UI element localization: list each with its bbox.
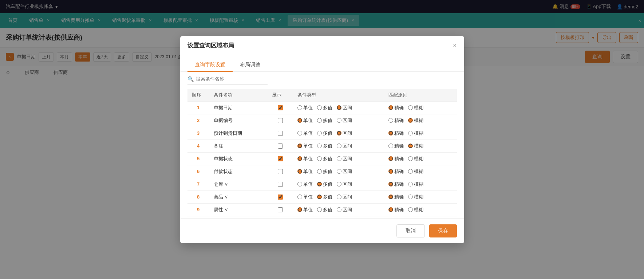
type-radio-item[interactable]: 单值: [297, 156, 313, 162]
match-radio[interactable]: [388, 156, 393, 161]
match-radio[interactable]: [408, 144, 413, 148]
match-radio-item[interactable]: 模糊: [408, 117, 423, 124]
type-radio-item[interactable]: 多值: [317, 130, 332, 137]
display-checkbox[interactable]: [278, 144, 283, 149]
search-input[interactable]: [196, 76, 254, 82]
type-radio-item[interactable]: 区间: [337, 105, 352, 111]
type-radio[interactable]: [337, 182, 341, 186]
match-radio-item[interactable]: 模糊: [408, 194, 423, 200]
type-radio[interactable]: [297, 169, 302, 174]
match-radio-item[interactable]: 精确: [388, 168, 404, 175]
type-radio-item[interactable]: 多值: [317, 117, 332, 124]
match-radio[interactable]: [408, 182, 413, 186]
type-radio[interactable]: [297, 182, 302, 186]
type-radio[interactable]: [297, 156, 302, 161]
display-checkbox[interactable]: [278, 156, 283, 161]
type-radio-item[interactable]: 多值: [317, 181, 332, 188]
match-radio-item[interactable]: 精确: [388, 130, 404, 137]
type-radio[interactable]: [317, 169, 322, 174]
type-radio-item[interactable]: 区间: [337, 143, 352, 149]
type-radio-item[interactable]: 区间: [337, 207, 352, 213]
match-radio-item[interactable]: 模糊: [408, 143, 423, 149]
match-radio-item[interactable]: 模糊: [408, 207, 423, 213]
type-radio[interactable]: [317, 207, 322, 212]
match-radio[interactable]: [388, 105, 393, 110]
match-radio-item[interactable]: 模糊: [408, 105, 423, 111]
match-radio[interactable]: [388, 144, 393, 148]
type-radio-item[interactable]: 区间: [337, 168, 352, 175]
type-radio-item[interactable]: 区间: [337, 181, 352, 188]
match-radio-item[interactable]: 模糊: [408, 156, 423, 162]
match-radio[interactable]: [388, 118, 393, 123]
type-radio-item[interactable]: 多值: [317, 156, 332, 162]
type-radio[interactable]: [337, 207, 341, 212]
type-radio-item[interactable]: 区间: [337, 117, 352, 124]
match-radio[interactable]: [408, 194, 413, 199]
type-radio[interactable]: [297, 194, 302, 199]
display-checkbox[interactable]: [278, 182, 283, 187]
type-radio[interactable]: [337, 194, 341, 199]
match-radio-item[interactable]: 精确: [388, 207, 404, 213]
match-radio[interactable]: [408, 169, 413, 174]
type-radio[interactable]: [337, 105, 341, 110]
match-radio[interactable]: [388, 207, 393, 212]
type-radio-item[interactable]: 多值: [317, 143, 332, 149]
type-radio[interactable]: [297, 131, 302, 135]
type-radio[interactable]: [297, 118, 302, 123]
match-radio-item[interactable]: 精确: [388, 156, 404, 162]
display-checkbox[interactable]: [278, 118, 283, 123]
type-radio[interactable]: [337, 118, 341, 123]
type-radio[interactable]: [297, 105, 302, 110]
match-radio-item[interactable]: 精确: [388, 181, 404, 188]
type-radio[interactable]: [317, 182, 322, 186]
type-radio-item[interactable]: 单值: [297, 181, 313, 188]
match-radio-item[interactable]: 精确: [388, 143, 404, 149]
dialog-close-button[interactable]: ×: [453, 42, 457, 49]
cancel-button[interactable]: 取消: [396, 224, 425, 237]
type-radio[interactable]: [337, 131, 341, 135]
match-radio-item[interactable]: 精确: [388, 105, 404, 111]
type-radio[interactable]: [317, 144, 322, 148]
save-button[interactable]: 保存: [429, 224, 457, 237]
match-radio-item[interactable]: 模糊: [408, 130, 423, 137]
type-radio[interactable]: [317, 131, 322, 135]
type-radio[interactable]: [297, 144, 302, 148]
type-radio[interactable]: [297, 207, 302, 212]
tab-layout-adjust[interactable]: 布局调整: [233, 59, 268, 72]
type-radio-item[interactable]: 单值: [297, 168, 313, 175]
type-radio-item[interactable]: 区间: [337, 194, 352, 200]
match-radio-item[interactable]: 模糊: [408, 168, 423, 175]
tab-query-fields[interactable]: 查询字段设置: [187, 59, 233, 72]
type-radio[interactable]: [337, 144, 341, 148]
type-radio-item[interactable]: 区间: [337, 130, 352, 137]
type-radio-item[interactable]: 单值: [297, 130, 313, 137]
type-radio-item[interactable]: 区间: [337, 156, 352, 162]
match-radio-item[interactable]: 精确: [388, 117, 404, 124]
type-radio[interactable]: [317, 118, 322, 123]
type-radio-item[interactable]: 多值: [317, 207, 332, 213]
match-radio[interactable]: [408, 118, 413, 123]
type-radio[interactable]: [317, 105, 322, 110]
match-radio[interactable]: [388, 182, 393, 186]
match-radio[interactable]: [408, 207, 413, 212]
display-checkbox[interactable]: [278, 194, 283, 200]
type-radio-item[interactable]: 多值: [317, 105, 332, 111]
match-radio[interactable]: [408, 131, 413, 135]
type-radio-item[interactable]: 单值: [297, 143, 313, 149]
display-checkbox[interactable]: [278, 207, 283, 212]
match-radio[interactable]: [408, 105, 413, 110]
match-radio-item[interactable]: 模糊: [408, 181, 423, 188]
match-radio[interactable]: [388, 131, 393, 135]
match-radio[interactable]: [408, 156, 413, 161]
match-radio-item[interactable]: 精确: [388, 194, 404, 200]
display-checkbox[interactable]: [278, 131, 283, 136]
type-radio-item[interactable]: 多值: [317, 194, 332, 200]
type-radio-item[interactable]: 单值: [297, 194, 313, 200]
type-radio-item[interactable]: 单值: [297, 105, 313, 111]
type-radio-item[interactable]: 单值: [297, 207, 313, 213]
type-radio-item[interactable]: 单值: [297, 117, 313, 124]
display-checkbox[interactable]: [278, 169, 283, 174]
display-checkbox[interactable]: [278, 105, 283, 110]
type-radio-item[interactable]: 多值: [317, 168, 332, 175]
type-radio[interactable]: [317, 194, 322, 199]
